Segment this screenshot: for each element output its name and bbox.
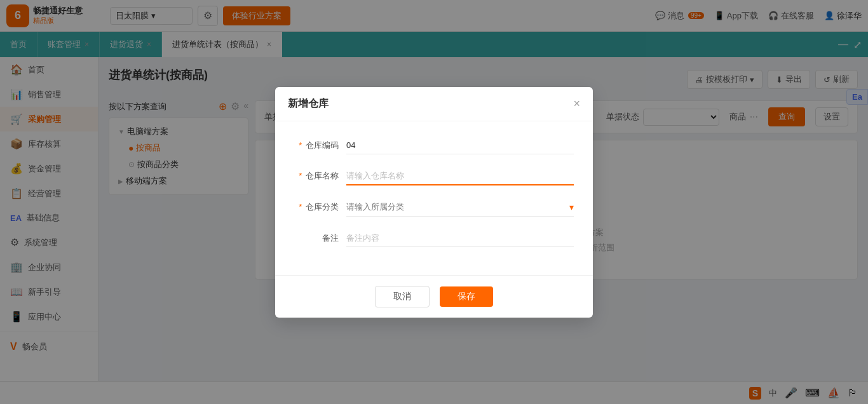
warehouse-code-input[interactable] — [346, 137, 574, 154]
dialog-title: 新增仓库 — [288, 97, 329, 111]
dialog-footer: 取消 保存 — [275, 275, 593, 318]
cancel-button[interactable]: 取消 — [375, 286, 430, 307]
warehouse-category-input[interactable] — [346, 202, 569, 212]
required-star-code: * — [299, 140, 302, 150]
dialog-header: 新增仓库 × — [275, 87, 593, 121]
select-arrow-icon: ▾ — [569, 202, 574, 212]
remark-input[interactable] — [346, 229, 574, 247]
warehouse-name-input[interactable] — [346, 167, 574, 185]
form-row-category: * 仓库分类 ▾ — [294, 198, 574, 217]
form-name-label: * 仓库名称 — [294, 170, 339, 182]
dialog-body: * 仓库编码 * 仓库名称 * 仓库分类 — [275, 121, 593, 275]
form-code-label: * 仓库编码 — [294, 140, 339, 151]
dialog-new-warehouse: 新增仓库 × * 仓库编码 * 仓库名称 — [275, 87, 593, 318]
form-row-remark: 备注 — [294, 229, 574, 247]
save-button[interactable]: 保存 — [440, 286, 493, 307]
modal-overlay[interactable]: 新增仓库 × * 仓库编码 * 仓库名称 — [0, 0, 868, 404]
form-category-label: * 仓库分类 — [294, 201, 339, 213]
form-remark-label: 备注 — [294, 232, 339, 244]
required-star-name: * — [299, 171, 302, 180]
form-row-name: * 仓库名称 — [294, 167, 574, 185]
dialog-close-icon[interactable]: × — [573, 97, 580, 111]
required-star-category: * — [299, 202, 302, 212]
warehouse-category-select[interactable]: ▾ — [346, 198, 574, 217]
form-row-code: * 仓库编码 — [294, 137, 574, 154]
